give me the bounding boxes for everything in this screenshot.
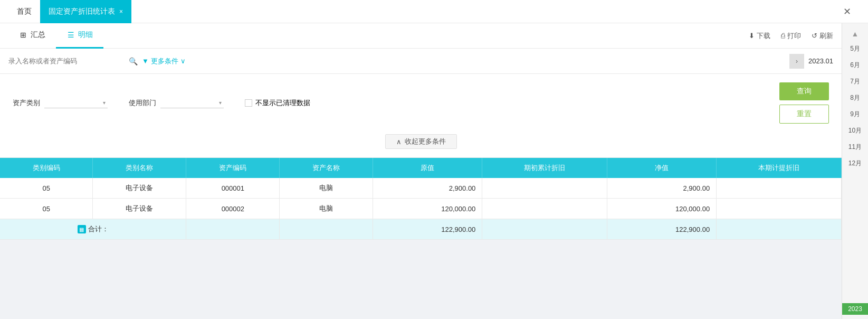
refresh-label: 刷新 <box>819 31 833 41</box>
row2-category-name: 电子设备 <box>93 199 186 219</box>
download-icon: ⬇ <box>749 32 755 40</box>
row2-asset-code: 000002 <box>186 199 280 219</box>
row1-category-name: 电子设备 <box>93 178 186 199</box>
tab-summary[interactable]: ⊞ 汇总 <box>8 23 56 49</box>
row1-original-value: 2,900.00 <box>373 178 482 199</box>
asset-category-select[interactable]: ▾ <box>44 98 108 108</box>
col-asset-code: 资产编码 <box>186 158 280 178</box>
hide-cleared-label: 不显示已清理数据 <box>255 98 310 108</box>
chevron-down-icon: ∨ <box>180 57 186 65</box>
download-label: 下载 <box>757 31 770 41</box>
use-department-field: 使用部门 ▾ <box>129 98 224 108</box>
active-tab[interactable]: 固定资产折旧统计表 × <box>40 0 131 23</box>
chevron-down-icon: ▾ <box>219 100 222 106</box>
col-initial-depreciation: 期初累计折旧 <box>482 158 607 178</box>
toolbar-actions: ⬇ 下载 ⎙ 打印 ↺ 刷新 <box>749 31 833 41</box>
row1-initial-depreciation <box>482 178 607 199</box>
total-asset-name <box>280 219 373 240</box>
right-sidebar: ▲ 5月 6月 7月 8月 9月 10月 11月 12月 2023 <box>842 23 868 319</box>
year-badge: 2023 <box>842 303 868 315</box>
total-label-cell: ▦ 合计： <box>0 219 186 240</box>
row1-asset-name: 电脑 <box>280 178 373 199</box>
refresh-icon: ↺ <box>812 32 817 40</box>
search-bar: 🔍 ▼ 更多条件 ∨ › 2023.01 <box>0 49 842 74</box>
chevron-up-icon: ∧ <box>396 138 402 146</box>
download-button[interactable]: ⬇ 下载 <box>749 31 770 41</box>
col-original-value: 原值 <box>373 158 482 178</box>
row2-initial-depreciation <box>482 199 607 219</box>
row1-asset-code: 000001 <box>186 178 280 199</box>
col-category-code: 类别编码 <box>0 158 93 178</box>
sidebar-month-5[interactable]: 5月 <box>842 41 868 57</box>
col-current-depreciation: 本期计提折旧 <box>717 158 842 178</box>
print-button[interactable]: ⎙ 打印 <box>781 31 801 41</box>
row2-asset-name: 电脑 <box>280 199 373 219</box>
row1-current-depreciation <box>717 178 842 199</box>
scroll-up-icon[interactable]: ▲ <box>850 27 861 40</box>
search-input[interactable] <box>8 57 125 65</box>
query-button[interactable]: 查询 <box>779 82 829 100</box>
row2-original-value: 120,000.00 <box>373 199 482 219</box>
asset-category-label: 资产类别 <box>13 98 40 108</box>
row2-category-code: 05 <box>0 199 93 219</box>
sidebar-month-10[interactable]: 10月 <box>842 123 868 138</box>
use-department-select[interactable]: ▾ <box>160 98 224 108</box>
col-net-value: 净值 <box>607 158 717 178</box>
window-close-button[interactable]: ✕ <box>835 6 860 17</box>
table-row: 05 电子设备 000001 电脑 2,900.00 2,900.00 <box>0 178 842 199</box>
table-row: 05 电子设备 000002 电脑 120,000.00 120,000.00 <box>0 199 842 219</box>
print-icon: ⎙ <box>781 32 785 40</box>
hide-cleared-checkbox[interactable] <box>245 99 252 107</box>
col-asset-name: 资产名称 <box>280 158 373 178</box>
top-nav: 首页 固定资产折旧统计表 × ✕ <box>0 0 868 23</box>
asset-category-value <box>46 99 77 107</box>
date-label: 2023.01 <box>808 57 833 65</box>
chevron-down-icon: ▾ <box>103 100 106 106</box>
row2-net-value: 120,000.00 <box>607 199 717 219</box>
more-conditions-label: 更多条件 <box>151 57 178 66</box>
row1-net-value: 2,900.00 <box>607 178 717 199</box>
list-icon: ☰ <box>66 31 75 39</box>
col-category-name: 类别名称 <box>93 158 186 178</box>
sidebar-month-7[interactable]: 7月 <box>842 74 868 89</box>
print-label: 打印 <box>787 31 801 41</box>
filter-icon: ▼ <box>142 57 149 65</box>
total-current-depreciation <box>717 219 842 240</box>
filter-row: 资产类别 ▾ 使用部门 ▾ <box>13 82 829 124</box>
row1-category-code: 05 <box>0 178 93 199</box>
tab-detail-label: 明细 <box>78 30 93 40</box>
date-nav-button[interactable]: › <box>789 54 804 69</box>
reset-button[interactable]: 重置 <box>779 105 829 124</box>
total-original-value: 122,900.00 <box>373 219 482 240</box>
total-initial-depreciation <box>482 219 607 240</box>
search-icon[interactable]: 🔍 <box>129 57 138 65</box>
tab-detail[interactable]: ☰ 明细 <box>56 23 103 49</box>
sidebar-month-6[interactable]: 6月 <box>842 58 868 73</box>
home-nav-item[interactable]: 首页 <box>8 7 40 16</box>
collapse-label: 收起更多条件 <box>405 137 446 146</box>
sidebar-month-8[interactable]: 8月 <box>842 90 868 106</box>
hide-cleared-field[interactable]: 不显示已清理数据 <box>245 98 310 108</box>
data-table-container: 类别编码 类别名称 资产编码 资产名称 原值 期初累计折旧 净值 本期计提折旧 … <box>0 158 842 240</box>
collapse-conditions-button[interactable]: ∧ 收起更多条件 <box>385 134 457 149</box>
tab-label: 固定资产折旧统计表 <box>49 7 115 16</box>
sub-tabs-bar: ⊞ 汇总 ☰ 明细 ⬇ 下载 ⎙ 打印 ↺ 刷新 <box>0 23 842 49</box>
total-net-value: 122,900.00 <box>607 219 717 240</box>
table-total-row: ▦ 合计： 122,900.00 122,900.00 <box>0 219 842 240</box>
tab-summary-label: 汇总 <box>31 30 45 40</box>
sidebar-month-12[interactable]: 12月 <box>842 156 868 171</box>
row2-current-depreciation <box>717 199 842 219</box>
filter-buttons: 查询 重置 <box>779 82 829 124</box>
total-asset-code <box>186 219 280 240</box>
total-label-text: 合计： <box>88 224 109 234</box>
layers-icon: ⊞ <box>19 31 27 39</box>
table-header-row: 类别编码 类别名称 资产编码 资产名称 原值 期初累计折旧 净值 本期计提折旧 <box>0 158 842 178</box>
tab-close-icon[interactable]: × <box>119 8 123 15</box>
refresh-button[interactable]: ↺ 刷新 <box>812 31 833 41</box>
sidebar-month-11[interactable]: 11月 <box>842 139 868 155</box>
main-content: ⊞ 汇总 ☰ 明细 ⬇ 下载 ⎙ 打印 ↺ 刷新 <box>0 23 842 240</box>
use-department-value <box>163 99 193 107</box>
more-conditions-toggle[interactable]: ▼ 更多条件 ∨ <box>142 57 186 66</box>
filter-panel: 资产类别 ▾ 使用部门 ▾ <box>0 74 842 158</box>
sidebar-month-9[interactable]: 9月 <box>842 107 868 122</box>
